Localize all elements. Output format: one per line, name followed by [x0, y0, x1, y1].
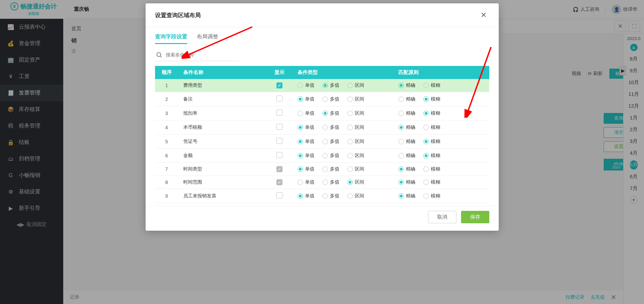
modal-close-button[interactable]: ✕ — [478, 9, 489, 21]
show-checkbox[interactable]: ✓ — [276, 166, 282, 172]
row-match-cell: 精确模糊 — [394, 79, 489, 92]
row-match-cell: 精确模糊 — [394, 176, 489, 189]
col-show: 显示 — [266, 66, 293, 79]
match-radio-fuzzy[interactable]: 模糊 — [423, 179, 440, 185]
fields-table: 顺序 条件名称 显示 条件类型 匹配原则 1费用类型✓单值多值区间精确模糊2备注… — [155, 66, 489, 203]
row-seq: 2 — [155, 92, 179, 106]
radio-dot-icon — [423, 83, 429, 88]
radio-dot-icon — [399, 125, 404, 130]
cancel-button[interactable]: 取消 — [428, 211, 456, 223]
row-show-cell: ✓ — [266, 176, 293, 189]
radio-dot-icon — [323, 111, 328, 116]
type-radio-multi[interactable]: 多值 — [323, 124, 339, 130]
radio-dot-icon — [347, 193, 353, 199]
type-radio-single[interactable]: 单值 — [298, 139, 314, 145]
type-radio-single[interactable]: 单值 — [298, 96, 314, 102]
type-radio-range[interactable]: 区间 — [347, 193, 364, 199]
type-radio-multi[interactable]: 多值 — [323, 96, 339, 102]
row-show-cell — [266, 149, 293, 163]
row-name: 员工未报销发票 — [179, 189, 266, 203]
table-row: 7时间类型✓单值多值区间精确模糊 — [155, 163, 489, 176]
radio-dot-icon — [399, 97, 404, 102]
type-radio-single[interactable]: 单值 — [298, 166, 314, 172]
type-radio-single[interactable]: 单值 — [298, 82, 314, 88]
match-radio-exact[interactable]: 精确 — [399, 139, 415, 145]
show-checkbox[interactable] — [276, 96, 282, 102]
radio-dot-icon — [423, 193, 429, 199]
row-type-cell: 单值多值区间 — [293, 120, 394, 135]
type-radio-range[interactable]: 区间 — [347, 110, 364, 116]
radio-dot-icon — [347, 97, 353, 102]
match-radio-fuzzy[interactable]: 模糊 — [423, 166, 440, 172]
radio-dot-icon — [347, 111, 353, 116]
tab-field-settings[interactable]: 查询字段设置 — [155, 33, 187, 44]
match-radio-fuzzy[interactable]: 模糊 — [423, 82, 440, 88]
match-radio-fuzzy[interactable]: 模糊 — [423, 110, 440, 116]
match-radio-exact[interactable]: 精确 — [399, 179, 415, 185]
match-radio-exact[interactable]: 精确 — [399, 153, 415, 159]
type-radio-single[interactable]: 单值 — [298, 193, 314, 199]
table-row: 9员工未报销发票单值多值区间精确模糊 — [155, 189, 489, 203]
row-show-cell — [266, 135, 293, 149]
row-seq: 5 — [155, 135, 179, 149]
table-row: 3抵扣率单值多值区间精确模糊 — [155, 106, 489, 120]
match-radio-fuzzy[interactable]: 模糊 — [423, 124, 440, 130]
type-radio-range[interactable]: 区间 — [347, 82, 364, 88]
type-radio-multi[interactable]: 多值 — [323, 82, 339, 88]
show-checkbox[interactable] — [276, 138, 282, 144]
match-radio-fuzzy[interactable]: 模糊 — [423, 153, 440, 159]
radio-dot-icon — [298, 83, 303, 88]
match-radio-fuzzy[interactable]: 模糊 — [423, 96, 440, 102]
match-radio-exact[interactable]: 精确 — [399, 110, 415, 116]
row-match-cell: 精确模糊 — [394, 106, 489, 120]
show-checkbox[interactable] — [276, 124, 282, 130]
show-checkbox[interactable] — [276, 192, 282, 198]
row-name: 费用类型 — [179, 79, 266, 92]
table-row: 1费用类型✓单值多值区间精确模糊 — [155, 79, 489, 92]
row-name: 时间类型 — [179, 163, 266, 176]
radio-dot-icon — [399, 111, 404, 116]
radio-dot-icon — [323, 97, 328, 102]
match-radio-fuzzy[interactable]: 模糊 — [423, 139, 440, 145]
type-radio-single[interactable]: 单值 — [298, 153, 314, 159]
match-radio-fuzzy[interactable]: 模糊 — [423, 193, 440, 199]
type-radio-multi[interactable]: 多值 — [323, 139, 339, 145]
match-radio-exact[interactable]: 精确 — [399, 82, 415, 88]
type-radio-range[interactable]: 区间 — [347, 166, 364, 172]
save-button[interactable]: 保存 — [461, 211, 489, 223]
row-match-cell: 精确模糊 — [394, 149, 489, 163]
radio-dot-icon — [399, 193, 404, 199]
type-radio-single[interactable]: 单值 — [298, 124, 314, 130]
type-radio-multi[interactable]: 多值 — [323, 153, 339, 159]
type-radio-range[interactable]: 区间 — [347, 153, 364, 159]
radio-dot-icon — [298, 193, 303, 199]
type-radio-multi[interactable]: 多值 — [323, 110, 339, 116]
radio-dot-icon — [347, 125, 353, 130]
radio-dot-icon — [399, 180, 404, 185]
search-input[interactable] — [166, 52, 238, 58]
type-radio-multi[interactable]: 多值 — [323, 193, 339, 199]
match-radio-exact[interactable]: 精确 — [399, 166, 415, 172]
type-radio-range[interactable]: 区间 — [347, 139, 364, 145]
type-radio-range[interactable]: 区间 — [347, 96, 364, 102]
type-radio-single[interactable]: 单值 — [298, 179, 314, 185]
radio-dot-icon — [323, 83, 328, 88]
match-radio-exact[interactable]: 精确 — [399, 96, 415, 102]
show-checkbox[interactable] — [276, 152, 282, 158]
show-checkbox[interactable] — [276, 110, 282, 116]
row-name: 本币税额 — [179, 120, 266, 135]
type-radio-multi[interactable]: 多值 — [323, 179, 339, 185]
tab-layout-adjust[interactable]: 布局调整 — [197, 33, 218, 44]
match-radio-exact[interactable]: 精确 — [399, 193, 415, 199]
row-match-cell: 精确模糊 — [394, 120, 489, 135]
show-checkbox[interactable]: ✓ — [276, 82, 282, 88]
row-seq: 4 — [155, 120, 179, 135]
type-radio-multi[interactable]: 多值 — [323, 166, 339, 172]
type-radio-range[interactable]: 区间 — [347, 124, 364, 130]
show-checkbox[interactable]: ✓ — [276, 179, 282, 185]
row-match-cell: 精确模糊 — [394, 189, 489, 203]
type-radio-range[interactable]: 区间 — [347, 179, 364, 185]
type-radio-single[interactable]: 单值 — [298, 110, 314, 116]
match-radio-exact[interactable]: 精确 — [399, 124, 415, 130]
radio-dot-icon — [347, 153, 353, 158]
